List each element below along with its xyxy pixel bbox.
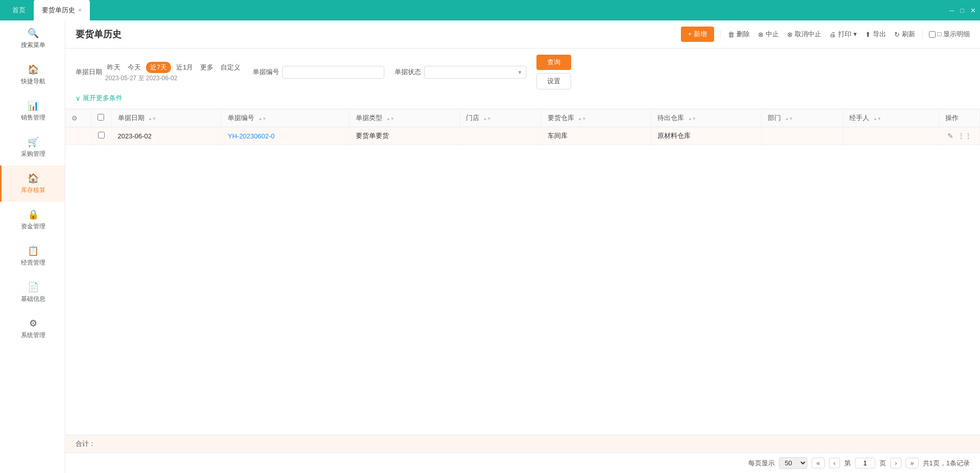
doc-no-input[interactable]	[282, 66, 384, 79]
sort-pending-warehouse-icon[interactable]: ▲▼	[688, 117, 696, 121]
doc-status-select[interactable]	[424, 66, 526, 79]
th-checkbox	[91, 109, 111, 127]
sidebar-item-system-mgmt[interactable]: ⚙ 系统管理	[0, 311, 65, 347]
purchase-icon: 🛒	[28, 136, 39, 148]
sidebar-item-finance-mgmt[interactable]: 🔒 资金管理	[0, 202, 65, 238]
table-header: ⚙ 单据日期 ▲▼ 单据编号 ▲▼	[65, 109, 980, 127]
next-page-button[interactable]: ›	[890, 458, 901, 468]
last-page-button[interactable]: »	[905, 458, 918, 468]
tab-home[interactable]: 首页	[4, 0, 34, 20]
date-shortcuts-row: 昨天 今天 近7天 近1月 更多 自定义	[105, 62, 242, 73]
sidebar-item-label: 资金管理	[21, 222, 45, 231]
sort-handler-icon[interactable]: ▲▼	[873, 117, 881, 121]
date-shortcut-today[interactable]: 今天	[126, 62, 143, 73]
date-shortcut-7days[interactable]: 近7天	[146, 62, 171, 73]
main-layout: 🔍 搜索菜单 🏠 快捷导航 📊 销售管理 🛒 采购管理 🏠 库存核算 🔒 资金管…	[0, 20, 980, 473]
data-table: ⚙ 单据日期 ▲▼ 单据编号 ▲▼	[65, 109, 980, 145]
sidebar-item-label: 基础信息	[21, 295, 45, 303]
export-button[interactable]: ⬆ 导出	[864, 28, 887, 41]
select-all-checkbox[interactable]	[97, 114, 104, 121]
sidebar-item-quick-nav[interactable]: 🏠 快捷导航	[0, 57, 65, 93]
doc-status-filter: 单据状态	[395, 66, 526, 79]
th-doc-no-label: 单据编号	[228, 114, 254, 122]
sidebar-item-label: 销售管理	[21, 113, 45, 122]
suspend-label: 中止	[766, 30, 779, 39]
refresh-icon: ↻	[894, 31, 900, 38]
cancel-suspend-label: 取消中止	[795, 30, 821, 39]
cancel-suspend-button[interactable]: ⊗ 取消中止	[786, 28, 822, 41]
sort-date-icon[interactable]: ▲▼	[148, 117, 156, 121]
sidebar-item-inventory-calc[interactable]: 🏠 库存核算	[0, 165, 65, 202]
doc-no-link[interactable]: YH-20230602-0	[228, 132, 275, 140]
doc-status-select-wrapper	[424, 66, 526, 79]
page-size-select[interactable]: 50 10 20 100	[779, 457, 807, 469]
row-more-icon[interactable]: ⋮⋮	[958, 132, 972, 140]
td-handler	[843, 127, 939, 145]
search-menu-icon: 🔍	[28, 28, 39, 39]
maximize-icon[interactable]: □	[960, 7, 964, 14]
th-date: 单据日期 ▲▼	[111, 109, 222, 127]
sidebar-item-sales-mgmt[interactable]: 📊 销售管理	[0, 93, 65, 129]
date-shortcut-yesterday[interactable]: 昨天	[105, 62, 122, 73]
sort-department-icon[interactable]: ▲▼	[785, 117, 793, 121]
minimize-icon[interactable]: ─	[949, 7, 954, 14]
expand-icon: ∨	[76, 94, 81, 102]
delete-label: 删除	[737, 30, 750, 39]
tab-close-icon[interactable]: ×	[78, 7, 82, 14]
close-window-icon[interactable]: ✕	[970, 7, 976, 14]
footer-summary: 合计：	[65, 435, 980, 453]
show-detail-check[interactable]	[929, 31, 936, 38]
suspend-icon: ⊗	[758, 31, 764, 38]
table-body: 2023-06-02 YH-20230602-0 要货单要货 车间库 原材料仓库	[65, 127, 980, 145]
query-button[interactable]: 查询	[536, 55, 571, 70]
table-settings-icon[interactable]: ⚙	[71, 114, 78, 122]
tab-list: 首页 要货单历史 ×	[4, 0, 949, 20]
row-edit-icon[interactable]: ✎	[947, 132, 953, 140]
td-checkbox	[91, 127, 111, 145]
sidebar-item-basic-info[interactable]: 📄 基础信息	[0, 274, 65, 311]
sort-req-warehouse-icon[interactable]: ▲▼	[578, 117, 586, 121]
operation-icon: 📋	[28, 245, 39, 256]
delete-button[interactable]: 🗑 删除	[727, 28, 751, 41]
sort-doc-type-icon[interactable]: ▲▼	[386, 117, 395, 121]
refresh-button[interactable]: ↻ 刷新	[893, 28, 916, 41]
date-range-display: 2023-05-27 至 2023-06-02	[105, 74, 242, 83]
sort-doc-no-icon[interactable]: ▲▼	[258, 117, 266, 121]
date-shortcut-more[interactable]: 更多	[198, 62, 215, 73]
th-req-warehouse: 要货仓库 ▲▼	[541, 109, 651, 127]
print-icon: 🖨	[829, 31, 836, 38]
suspend-button[interactable]: ⊗ 中止	[757, 28, 780, 41]
sidebar-item-purchase-mgmt[interactable]: 🛒 采购管理	[0, 129, 65, 165]
page-number-input[interactable]	[855, 458, 875, 468]
print-button[interactable]: 🖨 打印 ▾	[828, 28, 858, 41]
td-doc-type: 要货单要货	[350, 127, 460, 145]
prev-page-button[interactable]: ‹	[829, 458, 840, 468]
tab-requisition-history[interactable]: 要货单历史 ×	[34, 0, 90, 20]
th-operation: 操作	[939, 109, 980, 127]
page-header: 要货单历史 + 新增 🗑 删除 ⊗ 中止 ⊗ 取消中止 🖨	[65, 20, 980, 49]
th-settings: ⚙	[65, 109, 91, 127]
action-buttons: 查询 设置	[536, 55, 571, 89]
divider-1	[720, 30, 721, 38]
td-department	[762, 127, 843, 145]
show-detail-checkbox[interactable]: □ 显示明细	[929, 30, 970, 39]
sidebar-item-operation-mgmt[interactable]: 📋 经营管理	[0, 238, 65, 274]
sort-store-icon[interactable]: ▲▼	[483, 117, 491, 121]
sidebar-item-label: 搜索菜单	[21, 41, 45, 50]
th-handler: 经手人 ▲▼	[843, 109, 939, 127]
new-button[interactable]: + 新增	[681, 27, 714, 42]
summary-label: 合计：	[76, 439, 95, 448]
first-page-button[interactable]: «	[812, 458, 824, 468]
date-shortcut-custom[interactable]: 自定义	[218, 62, 242, 73]
sidebar-item-search-menu[interactable]: 🔍 搜索菜单	[0, 20, 65, 57]
settings-button[interactable]: 设置	[536, 73, 571, 89]
date-filter: 单据日期 昨天 今天 近7天 近1月 更多 自定义 2023-05-27 至 2…	[76, 62, 242, 83]
row-checkbox[interactable]	[98, 132, 105, 138]
divider-2	[922, 30, 923, 38]
page-unit: 页	[879, 459, 886, 468]
date-shortcut-1month[interactable]: 近1月	[174, 62, 195, 73]
doc-status-label: 单据状态	[395, 67, 421, 77]
expand-more-button[interactable]: ∨ 展开更多条件	[76, 93, 970, 103]
top-bar: 首页 要货单历史 × ─ □ ✕	[0, 0, 980, 20]
sidebar-item-label: 经营管理	[21, 258, 45, 267]
